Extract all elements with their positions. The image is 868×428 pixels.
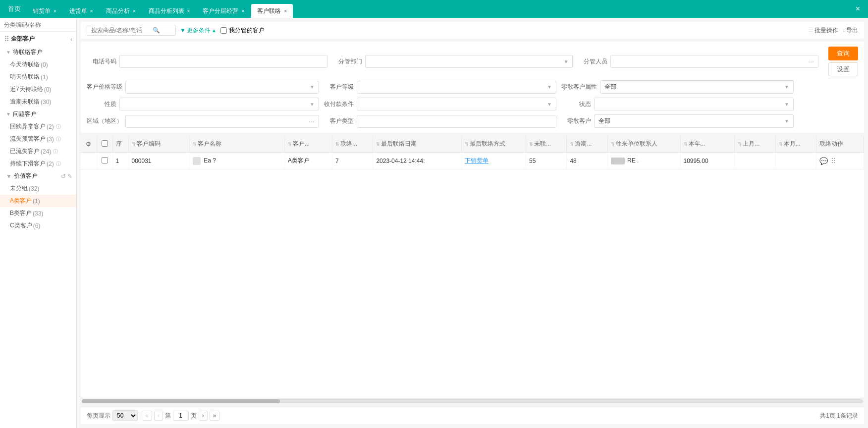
table-scroll[interactable]: ⚙ 序 ⇅ 客户编码 (81, 136, 864, 398)
th-contact-count[interactable]: ⇅ 联络... (332, 136, 373, 153)
sidebar-item-today[interactable]: 今天待联络(0) (0, 58, 76, 71)
nav-tab-进货单[interactable]: 进货单 × (63, 4, 99, 18)
refresh-icon[interactable]: ↺ (61, 173, 66, 180)
sidebar-item-class-a[interactable]: A类客户(1) (0, 195, 76, 207)
export-btn[interactable]: ↓ 导出 (842, 26, 858, 35)
filter-customer-type-input[interactable] (357, 115, 556, 128)
scrollbar-thumb[interactable] (82, 399, 280, 403)
filter-area-input[interactable]: ··· (125, 115, 319, 128)
row-checkbox[interactable] (102, 157, 108, 163)
section-arrow-problem: ▼ (6, 111, 11, 117)
edit-icon[interactable]: ✎ (67, 173, 72, 180)
th-code[interactable]: ⇅ 客户编码 (128, 136, 189, 153)
page-size-select[interactable]: 50 20 100 (112, 410, 138, 421)
sidebar-item-7days[interactable]: 近7天待联络(0) (0, 83, 76, 96)
first-page-btn[interactable]: « (142, 411, 152, 421)
td-no-contact: 55 (526, 153, 567, 169)
filter-price-level-select[interactable]: ▼ (125, 81, 319, 94)
dots-icon: ⠿ (4, 35, 9, 43)
th-this-month[interactable]: ⇅ 本月... (775, 136, 816, 153)
nav-home[interactable]: 首页 (4, 2, 25, 15)
th-no-contact[interactable]: ⇅ 未联... (526, 136, 567, 153)
th-last-date[interactable]: ⇅ 最后联络日期 (373, 136, 461, 153)
top-nav: 首页 销货单 × 进货单 × 商品分析 × 商品分析列表 × 客户分层经营 × … (0, 0, 868, 18)
sidebar-search-input[interactable] (4, 21, 78, 28)
sidebar-item-overdue[interactable]: 逾期未联络(30) (0, 96, 76, 108)
nature-arrow: ▼ (310, 102, 315, 107)
th-overdue[interactable]: ⇅ 逾期... (567, 136, 607, 153)
filter-field-status: 状态 ▼ (561, 98, 794, 110)
th-this-year[interactable]: ⇅ 本年... (680, 136, 735, 153)
sidebar-section-value[interactable]: ▼ 价值客户 ↺ ✎ (0, 170, 76, 182)
sort-icon: ⇅ (335, 142, 339, 147)
nav-tab-销货单[interactable]: 销货单 × (27, 4, 62, 18)
close-icon-active[interactable]: × (284, 8, 287, 14)
th-company-contact[interactable]: ⇅ 往来单位联系人 (607, 136, 680, 153)
select-all-checkbox[interactable] (102, 140, 108, 147)
table-gear-icon[interactable]: ⚙ (86, 141, 91, 148)
settings-button[interactable]: 设置 (828, 62, 858, 76)
td-last-method: 下销货单 (461, 153, 526, 169)
close-icon[interactable]: × (187, 8, 190, 14)
close-icon[interactable]: × (54, 8, 56, 14)
filter-field-retail: 零散客户 全部 ▼ (561, 114, 794, 128)
nav-tab-客户联络[interactable]: 客户联络 × (251, 4, 293, 18)
sidebar-section-waiting[interactable]: ▼ 待联络客户 (0, 46, 76, 58)
batch-icon: ☰ (808, 27, 814, 34)
table-scrollbar[interactable] (81, 398, 864, 404)
filter-my-customer[interactable]: 我分管的客户 (220, 26, 265, 35)
sidebar-item-tomorrow[interactable]: 明天待联络(1) (0, 71, 76, 83)
my-customer-checkbox[interactable] (220, 27, 227, 34)
nav-tab-客户分层经营[interactable]: 客户分层经营 × (197, 4, 250, 18)
filter-retail-select[interactable]: 全部 ▼ (594, 114, 794, 128)
sidebar-all-customers[interactable]: ⠿ 全部客户 ‹ (0, 32, 76, 46)
sidebar-item-unclassified[interactable]: 未分组(32) (0, 182, 76, 195)
th-last-month[interactable]: ⇅ 上月... (735, 136, 775, 153)
chat-action-icon[interactable]: 💬 (819, 157, 828, 165)
sidebar-item-repeat-abnormal[interactable]: 回购异常客户(2) ⓘ (0, 120, 76, 133)
sort-icon: ⇅ (684, 142, 688, 147)
nav-tabs: 销货单 × 进货单 × 商品分析 × 商品分析列表 × 客户分层经营 × 客户联… (27, 0, 293, 18)
nav-tab-商品分析[interactable]: 商品分析 × (100, 4, 142, 18)
sidebar-item-declining[interactable]: 持续下滑客户(2) ⓘ (0, 158, 76, 170)
filter-retail-attr-select[interactable]: 全部 ▼ (600, 80, 794, 94)
th-index: 序 (112, 136, 128, 153)
filter-form: 电话号码 分管部门 ▼ 分管人员 ··· (81, 42, 864, 133)
filter-customer-level-select[interactable]: ▼ (357, 81, 556, 94)
window-close-button[interactable]: × (852, 4, 864, 13)
batch-op-btn[interactable]: ☰ 批量操作 (808, 26, 838, 35)
close-icon[interactable]: × (241, 8, 244, 14)
sidebar-item-churn-warning[interactable]: 流失预警客户(3) ⓘ (0, 133, 76, 145)
filter-dept-select[interactable]: ▼ (365, 55, 573, 68)
filter-field-customer-level: 客户等级 ▼ (324, 81, 556, 94)
nav-tab-商品分析列表[interactable]: 商品分析列表 × (143, 4, 196, 18)
filter-more-btn[interactable]: ▼ 更多条件 ▲ (180, 26, 217, 35)
sort-icon: ⇅ (529, 142, 533, 147)
query-button[interactable]: 查询 (828, 47, 858, 60)
page-number-input[interactable] (173, 411, 189, 421)
td-code: 000031 (128, 153, 189, 169)
th-name[interactable]: ⇅ 客户名称 (189, 136, 284, 153)
next-page-btn[interactable]: › (199, 411, 208, 421)
sidebar-item-class-b[interactable]: B类客户(33) (0, 207, 76, 219)
filter-manager-input[interactable]: ··· (610, 55, 818, 68)
close-icon[interactable]: × (90, 8, 93, 14)
th-last-method[interactable]: ⇅ 最后联络方式 (461, 136, 526, 153)
sidebar-item-churned[interactable]: 已流失客户(24) ⓘ (0, 145, 76, 158)
filter-search-box[interactable]: 🔍 (87, 25, 176, 36)
filter-nature-select[interactable]: ▼ (119, 98, 319, 110)
sort-icon: ⇅ (376, 142, 380, 147)
th-level[interactable]: ⇅ 客户... (285, 136, 332, 153)
filter-field-payment: 收付款条件 ▼ (324, 98, 556, 110)
last-page-btn[interactable]: » (210, 411, 220, 421)
qr-action-icon[interactable]: ⠿ (831, 157, 836, 165)
filter-status-select[interactable]: ▼ (594, 98, 794, 110)
sidebar-section-problem[interactable]: ▼ 问题客户 (0, 108, 76, 120)
filter-payment-select[interactable]: ▼ (357, 98, 556, 110)
sidebar-item-class-c[interactable]: C类客户(6) (0, 219, 76, 232)
td-index: 1 (112, 153, 128, 169)
filter-search-input[interactable] (91, 27, 151, 34)
filter-phone-input[interactable] (119, 55, 327, 68)
prev-page-btn[interactable]: ‹ (154, 411, 163, 421)
close-icon[interactable]: × (133, 8, 136, 14)
